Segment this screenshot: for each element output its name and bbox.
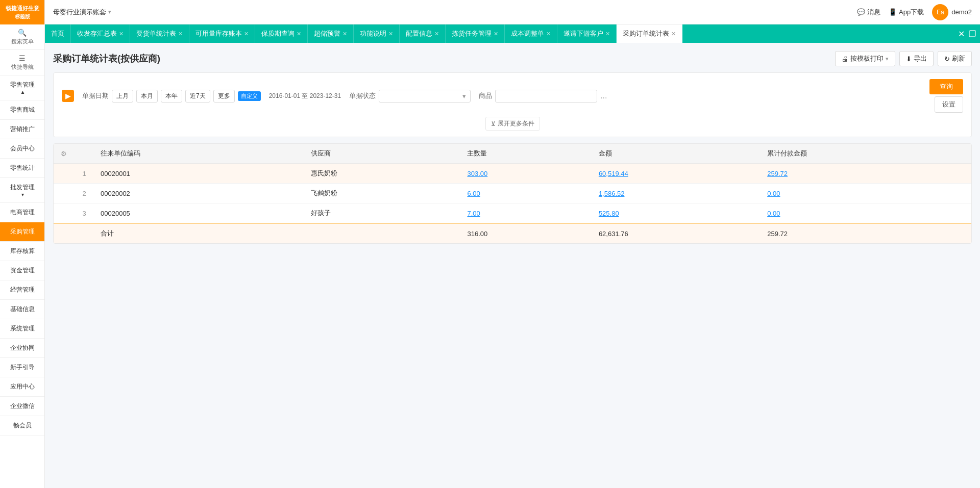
row-paid[interactable]: 259.72 — [761, 164, 971, 184]
filter-toggle-button[interactable]: ▶ — [62, 90, 74, 102]
refresh-button[interactable]: ↻ 刷新 — [938, 51, 972, 66]
row-supplier-name: 好孩子 — [305, 203, 461, 224]
sidebar-item-enterprise[interactable]: 企业协同 — [0, 339, 44, 358]
sidebar-item-finance[interactable]: 资金管理 — [0, 261, 44, 280]
tab-close-icon[interactable]: ✕ — [546, 31, 551, 37]
search-button[interactable]: 查询 — [929, 79, 963, 94]
row-paid[interactable]: 0.00 — [761, 184, 971, 203]
sidebar-item-operations[interactable]: 经营管理 — [0, 280, 44, 300]
export-button[interactable]: ⬇ 导出 — [899, 51, 934, 66]
sidebar-item-wechat[interactable]: 企业微信 — [0, 397, 44, 416]
filter-section: ▶ 单据日期 上月 本月 本年 近7天 更多 自定义 2016-01-01 至 … — [53, 72, 972, 137]
tab-close-icon[interactable]: ✕ — [605, 31, 610, 37]
purchase-table: ⚙ 往来单位编码 供应商 主数量 金额 累计付款金额 1 00020001 — [54, 144, 971, 243]
sidebar-item-purchase[interactable]: 采购管理 — [0, 222, 44, 242]
status-filter-group: 单据状态 ▾ — [349, 90, 471, 102]
row-qty[interactable]: 303.00 — [461, 164, 592, 184]
date-last-month-btn[interactable]: 上月 — [112, 90, 133, 102]
tab-close-icon[interactable]: ✕ — [119, 31, 124, 37]
table-footer: 合计 316.00 62,631.76 259.72 — [54, 223, 971, 243]
row-amount[interactable]: 1,586.52 — [593, 184, 761, 203]
sidebar-item-vip[interactable]: 畅会员 — [0, 416, 44, 435]
tab-close-icon[interactable]: ✕ — [342, 31, 347, 37]
user-menu[interactable]: Ea demo2 — [932, 4, 972, 20]
sidebar-item-quicknav[interactable]: ☰ 快捷导航 — [0, 50, 44, 75]
sidebar-item-search[interactable]: 🔍 搜索英单 — [0, 24, 44, 50]
date-more-btn[interactable]: 更多 — [213, 90, 235, 102]
tab-chaochuyujing[interactable]: 超储预警 ✕ — [308, 24, 354, 43]
tab-home[interactable]: 首页 — [45, 24, 71, 43]
message-button[interactable]: 💬 消息 — [857, 8, 880, 17]
tab-close-icon[interactable]: ✕ — [434, 31, 439, 37]
tab-close-icon[interactable]: ✕ — [178, 31, 183, 37]
row-index: 1 — [74, 164, 94, 184]
content-area: 采购订单统计表(按供应商) 🖨 按模板打印 ▾ ⬇ 导出 ↻ 刷新 — [45, 43, 980, 488]
row-supplier-code: 00020002 — [94, 184, 305, 203]
tab-chengben[interactable]: 成本调整单 ✕ — [505, 24, 557, 43]
sidebar-item-inventory[interactable]: 库存核算 — [0, 242, 44, 261]
tab-yaoqing[interactable]: 邀请下游客户 ✕ — [557, 24, 617, 43]
settings-icon[interactable]: ⚙ — [61, 150, 67, 158]
tab-zhehuo[interactable]: 拣货任务管理 ✕ — [446, 24, 505, 43]
sidebar-item-member[interactable]: 会员中心 — [0, 139, 44, 159]
row-index: 2 — [74, 184, 94, 203]
row-supplier-code: 00020001 — [94, 164, 305, 184]
tab-close-icon[interactable]: ✕ — [671, 31, 676, 37]
date-this-year-btn[interactable]: 本年 — [161, 90, 182, 102]
app-label: App下载 — [899, 8, 924, 17]
sidebar-item-newguide[interactable]: 新手引导 — [0, 358, 44, 377]
row-amount[interactable]: 60,519.44 — [593, 164, 761, 184]
logo-text: 畅捷通好生意 — [6, 5, 39, 12]
chevron-down-icon: ▲ — [20, 89, 26, 95]
footer-spacer — [54, 223, 94, 243]
expand-more-button[interactable]: ⊻ 展开更多条件 — [485, 117, 540, 131]
message-label: 消息 — [867, 8, 880, 17]
page-title: 采购订单统计表(按供应商) — [53, 53, 160, 65]
table-row: 3 00020005 好孩子 7.00 525.80 0.00 — [54, 203, 971, 224]
row-amount[interactable]: 525.80 — [593, 203, 761, 224]
goods-input[interactable] — [495, 90, 597, 102]
tab-caigou[interactable]: 采购订单统计表 ✕ — [617, 24, 682, 43]
workspace-selector[interactable]: 母婴行业演示账套 ▾ — [53, 8, 111, 17]
status-select[interactable]: ▾ — [379, 90, 471, 102]
workspace-label: 母婴行业演示账套 — [53, 8, 106, 17]
sidebar-item-wholesale[interactable]: 批发管理 ▾ — [0, 178, 44, 203]
column-paid: 累计付款金额 — [761, 144, 971, 164]
tab-close-icon[interactable]: ✕ — [388, 31, 393, 37]
app-download-button[interactable]: 📱 App下载 — [889, 8, 924, 17]
row-qty[interactable]: 6.00 — [461, 184, 592, 203]
tab-close-icon[interactable]: ✕ — [297, 31, 301, 37]
sidebar-item-marketing[interactable]: 营销推广 — [0, 120, 44, 139]
sidebar-item-basic[interactable]: 基础信息 — [0, 300, 44, 319]
tab-close-icon[interactable]: ✕ — [494, 31, 498, 37]
date-filter-group: 单据日期 上月 本月 本年 近7天 更多 自定义 — [82, 90, 261, 102]
print-button[interactable]: 🖨 按模板打印 ▾ — [835, 51, 895, 66]
column-settings: ⚙ — [54, 144, 74, 164]
goods-filter-label: 商品 — [479, 91, 492, 100]
tab-gongneng[interactable]: 功能说明 ✕ — [354, 24, 400, 43]
sidebar-item-retail[interactable]: 零售管理 ▲ — [0, 75, 44, 100]
settings-button[interactable]: 设置 — [935, 96, 963, 113]
tab-shoufahuihui[interactable]: 收发存汇总表 ✕ — [71, 24, 130, 43]
topbar: 母婴行业演示账套 ▾ 💬 消息 📱 App下载 Ea demo2 — [45, 0, 980, 24]
sidebar-item-system[interactable]: 系统管理 — [0, 319, 44, 339]
row-qty[interactable]: 7.00 — [461, 203, 592, 224]
refresh-icon: ↻ — [944, 55, 950, 63]
footer-amount: 62,631.76 — [593, 223, 761, 243]
ellipsis-icon[interactable]: ... — [600, 91, 607, 100]
sidebar-item-appcenter[interactable]: 应用中心 — [0, 377, 44, 397]
tab-keyongliang[interactable]: 可用量库存账本 ✕ — [189, 24, 255, 43]
restore-window-icon[interactable]: ❐ — [969, 29, 976, 39]
row-paid[interactable]: 0.00 — [761, 203, 971, 224]
close-all-tabs-icon[interactable]: ✕ — [958, 29, 965, 39]
tab-peizhi[interactable]: 配置信息 ✕ — [400, 24, 446, 43]
tab-baozhi[interactable]: 保质期查询 ✕ — [255, 24, 308, 43]
sidebar-item-retail-shop[interactable]: 零售商城 — [0, 100, 44, 120]
date-this-month-btn[interactable]: 本月 — [136, 90, 158, 102]
date-7days-btn[interactable]: 近7天 — [185, 90, 210, 102]
sidebar-item-retail-stats[interactable]: 零售统计 — [0, 159, 44, 178]
date-range-display: 2016-01-01 至 2023-12-31 — [269, 92, 341, 100]
tab-close-icon[interactable]: ✕ — [244, 31, 249, 37]
sidebar-item-ecommerce[interactable]: 电商管理 — [0, 203, 44, 222]
tab-yaohuo[interactable]: 要货单统计表 ✕ — [130, 24, 189, 43]
